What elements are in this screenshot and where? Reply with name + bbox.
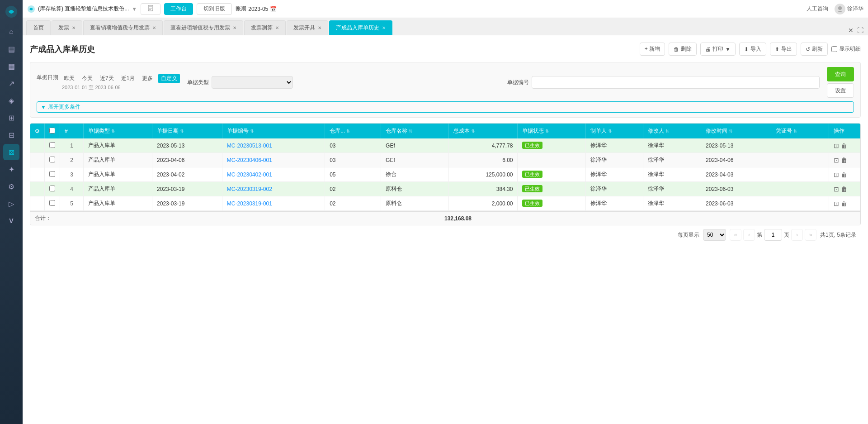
page-input[interactable] [764, 229, 782, 241]
sidebar-item-tag[interactable]: ◈ [3, 92, 19, 109]
filter-setting-btn[interactable]: 设置 [827, 83, 854, 98]
first-page-btn[interactable]: « [730, 229, 741, 241]
th-creator[interactable]: 制单人 ⇅ [585, 124, 643, 138]
sidebar-item-puzzle[interactable]: ✦ [3, 161, 19, 177]
date-today[interactable]: 今天 [80, 74, 94, 83]
delete-action-icon[interactable]: 🗑 [841, 142, 847, 149]
row-checkbox[interactable] [49, 171, 55, 177]
prev-page-btn[interactable]: ‹ [743, 229, 755, 241]
date-more[interactable]: 更多 [140, 74, 155, 83]
edit-action-icon[interactable]: ⊡ [834, 200, 839, 207]
brand-area: (库存核算) 直播轻挚通信息技术股份... ▼ [27, 5, 137, 13]
tab-invoice[interactable]: 发票 ✕ [52, 20, 82, 35]
document-btn[interactable] [141, 3, 160, 15]
record-link[interactable]: MC-20230319-002 [227, 186, 272, 192]
record-link[interactable]: MC-20230406-001 [227, 157, 272, 163]
period-btn[interactable]: 切到旧版 [197, 3, 232, 15]
th-number[interactable]: 单据编号 ⇅ [222, 124, 325, 138]
tab-product-in[interactable]: 产成品入库单历史 ✕ [329, 20, 392, 35]
date-1month[interactable]: 近1月 [119, 74, 137, 83]
td-modify-time: 2023-06-03 [701, 182, 771, 196]
next-page-btn[interactable]: › [791, 229, 803, 241]
import-btn[interactable]: ⬇ 导入 [739, 43, 766, 56]
th-modify-time[interactable]: 修改时间 ⇅ [701, 124, 771, 138]
tab-invoice-calc[interactable]: 发票测算 ✕ [244, 20, 286, 35]
filter-area: 单据日期 昨天 今天 近7天 近1月 更多 自定义 2023-01-01 至 2… [30, 62, 861, 118]
new-btn[interactable]: + 新增 [640, 43, 665, 56]
user-avatar [835, 4, 845, 14]
sidebar-item-play[interactable]: ▷ [3, 195, 19, 212]
calendar-icon[interactable]: 📅 [270, 6, 277, 12]
sidebar-item-book[interactable]: ⊟ [3, 127, 19, 143]
row-checkbox[interactable] [49, 142, 55, 148]
select-all-checkbox[interactable] [49, 128, 55, 133]
page-size-select[interactable]: 20 50 100 [703, 229, 726, 241]
type-select[interactable] [212, 76, 293, 89]
row-checkbox[interactable] [49, 157, 55, 162]
workbench-btn[interactable]: 工作台 [164, 3, 193, 15]
th-settings[interactable]: ⚙ [30, 124, 45, 138]
delete-action-icon[interactable]: 🗑 [841, 186, 847, 193]
number-filter-group: 单据编号 [507, 76, 820, 89]
refresh-btn[interactable]: ↺ 刷新 [801, 43, 828, 56]
sidebar-item-chart[interactable]: ▦ [3, 58, 19, 74]
query-btn[interactable]: 查询 [827, 67, 854, 81]
brand-dropdown-icon[interactable]: ▼ [132, 6, 137, 12]
close-all-tabs-btn[interactable]: ✕ [848, 27, 854, 34]
th-voucher[interactable]: 凭证号 ⇅ [771, 124, 829, 138]
edit-action-icon[interactable]: ⊡ [834, 186, 839, 193]
number-filter-input[interactable] [532, 76, 820, 89]
th-warehouse-name[interactable]: 仓库名称 ⇅ [381, 124, 449, 138]
edit-action-icon[interactable]: ⊡ [834, 157, 839, 164]
tab-purchase-vat[interactable]: 查看进项增值税专用发票 ✕ [164, 20, 243, 35]
row-checkbox[interactable] [49, 200, 55, 206]
help-btn[interactable]: 人工咨询 [807, 5, 828, 13]
tab-invoice-open-close[interactable]: ✕ [318, 25, 321, 30]
sidebar-item-settings2[interactable]: ⚙ [3, 178, 19, 195]
edit-action-icon[interactable]: ⊡ [834, 142, 839, 149]
th-status[interactable]: 单据状态 ⇅ [518, 124, 585, 138]
print-btn[interactable]: 🖨 打印 ▼ [700, 43, 736, 56]
sidebar-item-warehouse[interactable]: ⊠ [3, 144, 19, 160]
td-modify-time: 2023-04-03 [701, 167, 771, 182]
delete-btn[interactable]: 🗑 删除 [669, 43, 697, 56]
th-modifier[interactable]: 修改人 ⇅ [643, 124, 701, 138]
tab-purchase-vat-close[interactable]: ✕ [233, 25, 236, 30]
th-type[interactable]: 单据类型 ⇅ [83, 124, 152, 138]
date-yesterday[interactable]: 昨天 [62, 74, 76, 83]
last-page-btn[interactable]: » [805, 229, 816, 241]
date-7days[interactable]: 近7天 [98, 74, 116, 83]
tab-invoice-calc-close[interactable]: ✕ [275, 25, 279, 30]
user-area[interactable]: 徐泽华 [835, 4, 863, 14]
date-custom[interactable]: 自定义 [158, 74, 180, 83]
expand-conditions-btn[interactable]: ▼ 展开更多条件 [37, 101, 854, 113]
th-date[interactable]: 单据日期 ⇅ [152, 124, 222, 138]
fullscreen-btn[interactable]: ⛶ [857, 27, 863, 34]
tab-home[interactable]: 首页 [26, 20, 51, 35]
sidebar-item-document[interactable]: ▤ [3, 41, 19, 57]
sidebar-item-v[interactable]: V [3, 213, 19, 229]
td-status: 已生效 [518, 138, 585, 153]
delete-action-icon[interactable]: 🗑 [841, 200, 847, 207]
sidebar-item-home[interactable]: ⌂ [3, 24, 19, 40]
delete-action-icon[interactable]: 🗑 [841, 171, 847, 178]
tab-sales-vat[interactable]: 查看销项增值税专用发票 ✕ [83, 20, 163, 35]
delete-action-icon[interactable]: 🗑 [841, 157, 847, 164]
record-link[interactable]: MC-20230402-001 [227, 172, 272, 178]
record-link[interactable]: MC-20230513-001 [227, 143, 272, 149]
tab-invoice-close[interactable]: ✕ [72, 25, 75, 30]
record-link[interactable]: MC-20230319-001 [227, 200, 272, 207]
tab-product-in-close[interactable]: ✕ [382, 25, 386, 30]
tab-sales-vat-close[interactable]: ✕ [152, 25, 156, 30]
topbar-right: 人工咨询 徐泽华 [807, 4, 863, 14]
sidebar-item-grid[interactable]: ⊞ [3, 110, 19, 126]
td-num: 2 [60, 153, 84, 167]
show-detail-checkbox[interactable] [831, 46, 837, 52]
export-btn[interactable]: ⬆ 导出 [770, 43, 797, 56]
th-warehouse-code[interactable]: 仓库... ⇅ [325, 124, 381, 138]
edit-action-icon[interactable]: ⊡ [834, 171, 839, 178]
sidebar-item-analytics[interactable]: ↗ [3, 75, 19, 91]
tab-invoice-open[interactable]: 发票开具 ✕ [287, 20, 328, 35]
row-checkbox[interactable] [49, 186, 55, 191]
th-total-cost[interactable]: 总成本 ⇅ [449, 124, 518, 138]
